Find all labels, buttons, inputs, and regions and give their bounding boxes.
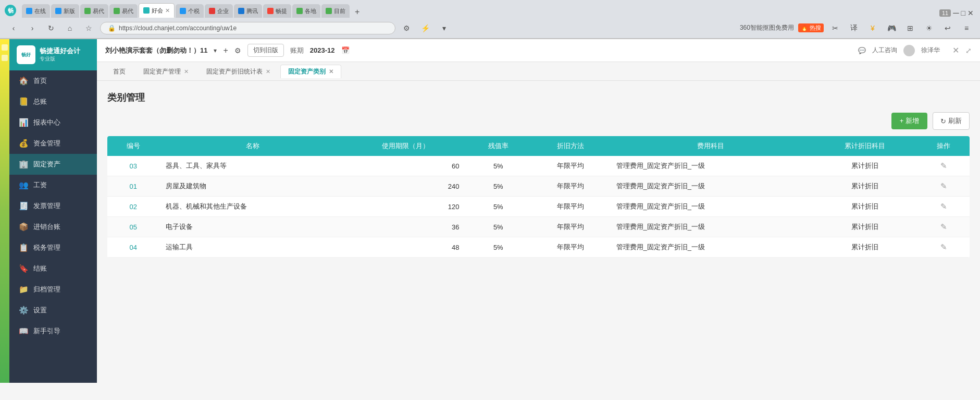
forward-button[interactable]: ›	[25, 21, 40, 35]
tax-icon: 📋	[19, 243, 28, 252]
address-bar[interactable]: 🔒 https://cloud.chanjet.com/accounting/u…	[100, 22, 395, 34]
sidebar-item-inventory[interactable]: 📦 进销台账	[9, 216, 97, 237]
boost-button[interactable]: ⚡	[418, 21, 433, 35]
sidebar-item-fixed-assets[interactable]: 🏢 固定资产	[9, 154, 97, 175]
menu-button[interactable]: ≡	[959, 21, 974, 35]
window-close-icon[interactable]: ✕	[952, 45, 959, 55]
sidebar-item-tax[interactable]: 📋 税务管理	[9, 237, 97, 258]
period-value: 2023-12	[310, 46, 335, 54]
undo-button[interactable]: ↩	[940, 21, 955, 35]
sidebar-item-reports[interactable]: 📊 报表中心	[9, 112, 97, 133]
cell-rate: 5%	[466, 156, 531, 176]
page-tab-depreciation[interactable]: 固定资产折旧统计表 ✕	[199, 65, 278, 78]
refresh-icon: ↻	[940, 117, 946, 125]
search-label: 360智能抠图免费用	[740, 23, 794, 32]
sidebar-item-closing[interactable]: 🔖 结账	[9, 258, 97, 279]
sidebar-header: 畅好 畅捷通好会计 专业版	[9, 39, 97, 70]
cell-expense: 管理费用_固定资产折旧_一级	[610, 176, 812, 197]
sidebar-item-settings[interactable]: ⚙️ 设置	[9, 300, 97, 321]
browser-tab[interactable]: 腾讯	[234, 4, 262, 18]
minimize-button[interactable]: ─	[953, 8, 959, 18]
window-expand-icon[interactable]: ⤢	[965, 46, 972, 55]
browser-tab[interactable]: 易代	[109, 4, 138, 18]
refresh-button[interactable]: ↻ 刷新	[933, 112, 970, 130]
sidebar-item-funds[interactable]: 💰 资金管理	[9, 133, 97, 154]
sidebar-item-payroll[interactable]: 👥 工资	[9, 175, 97, 196]
browser-tab[interactable]: 个税	[176, 4, 204, 18]
settings-company-button[interactable]: ⚙	[234, 46, 241, 55]
reload-button[interactable]: ↻	[44, 21, 58, 35]
tab-label: 首页	[113, 67, 126, 76]
new-tab-button[interactable]: +	[353, 6, 362, 18]
bookmark-button[interactable]: ☆	[81, 21, 96, 35]
browser-tab[interactable]: 目前	[321, 4, 350, 18]
col-header-actions: 操作	[917, 136, 970, 156]
browser-tab[interactable]: 各地	[292, 4, 320, 18]
sidebar-item-home[interactable]: 🏠 首页	[9, 70, 97, 91]
site-info-button[interactable]: ⚙	[400, 21, 414, 35]
cell-name: 电子设备	[159, 217, 346, 237]
page-tab-category[interactable]: 固定资产类别 ✕	[280, 65, 341, 78]
url-text: https://cloud.chanjet.com/accounting/uw1…	[119, 25, 237, 32]
page-tab-home[interactable]: 首页	[105, 65, 133, 78]
settings-icon[interactable]: ☀	[922, 21, 936, 35]
support-label[interactable]: 人工咨询	[872, 46, 897, 55]
maximize-button[interactable]: □	[961, 9, 965, 17]
close-window-button[interactable]: ✕	[967, 9, 974, 17]
browser-tab[interactable]: 企业	[205, 4, 233, 18]
edit-button[interactable]: ✎	[940, 202, 947, 211]
invoices-icon: 🧾	[19, 201, 28, 211]
sidebar-label: 设置	[33, 306, 47, 315]
side-indicator-2	[2, 55, 8, 61]
page-tab-asset-mgmt[interactable]: 固定资产管理 ✕	[135, 65, 196, 78]
home-icon: 🏠	[19, 76, 28, 86]
cell-actions[interactable]: ✎	[917, 197, 970, 217]
cell-actions[interactable]: ✎	[917, 176, 970, 197]
sidebar-label: 结账	[33, 264, 47, 273]
browser-tab[interactable]: 在线	[22, 4, 50, 18]
cut-icon[interactable]: ✂	[828, 21, 842, 35]
cell-accumulated: 累计折旧	[812, 156, 917, 176]
grid-button[interactable]: ⊞	[903, 21, 917, 35]
tab-close-icon[interactable]: ✕	[165, 7, 170, 14]
browser-tab[interactable]: 新版	[51, 4, 79, 18]
window-badge: 11	[939, 9, 951, 17]
sidebar-item-archive[interactable]: 📁 归档管理	[9, 279, 97, 300]
user-name: 徐泽华	[921, 46, 940, 55]
cell-actions[interactable]: ✎	[917, 156, 970, 176]
dropdown-button[interactable]: ▾	[437, 21, 452, 35]
game-button[interactable]: 🎮	[884, 21, 899, 35]
col-header-method: 折旧方法	[531, 136, 610, 156]
tab-close-icon[interactable]: ✕	[184, 68, 189, 75]
back-button[interactable]: ‹	[6, 21, 21, 35]
cell-expense: 管理费用_固定资产折旧_一级	[610, 156, 812, 176]
cell-rate: 5%	[466, 197, 531, 217]
sidebar-item-invoices[interactable]: 🧾 发票管理	[9, 196, 97, 216]
tab-close-icon[interactable]: ✕	[266, 68, 270, 75]
wallet-button[interactable]: ¥	[865, 21, 880, 35]
sidebar-item-ledger[interactable]: 📒 总账	[9, 91, 97, 112]
browser-tab[interactable]: 易代	[80, 4, 108, 18]
edit-button[interactable]: ✎	[940, 161, 947, 171]
add-company-button[interactable]: +	[223, 46, 228, 55]
home-button[interactable]: ⌂	[63, 21, 77, 35]
switch-version-button[interactable]: 切到旧版	[247, 44, 284, 57]
browser-tab[interactable]: 畅提	[263, 4, 291, 18]
cell-period: 120	[346, 197, 465, 217]
edit-button[interactable]: ✎	[940, 222, 947, 232]
add-category-button[interactable]: + 新增	[891, 113, 927, 129]
browser-tab-active[interactable]: 好会 ✕	[139, 3, 175, 18]
dropdown-company-button[interactable]: ▾	[214, 47, 217, 54]
sidebar-label: 资金管理	[33, 139, 60, 148]
edit-button[interactable]: ✎	[940, 243, 947, 252]
sidebar-item-guide[interactable]: 📖 新手引导	[9, 321, 97, 342]
cell-actions[interactable]: ✎	[917, 217, 970, 237]
edit-button[interactable]: ✎	[940, 181, 947, 191]
translate-button[interactable]: 译	[847, 21, 861, 35]
tab-close-icon[interactable]: ✕	[329, 68, 333, 75]
app-header: 刘小艳演示套套（勿删勿动！）11 ▾ + ⚙ 切到旧版 账期 2023-12 📅…	[97, 39, 980, 62]
cell-actions[interactable]: ✎	[917, 237, 970, 258]
cell-period: 240	[346, 176, 465, 197]
calendar-icon[interactable]: 📅	[341, 46, 350, 54]
cell-accumulated: 累计折旧	[812, 197, 917, 217]
